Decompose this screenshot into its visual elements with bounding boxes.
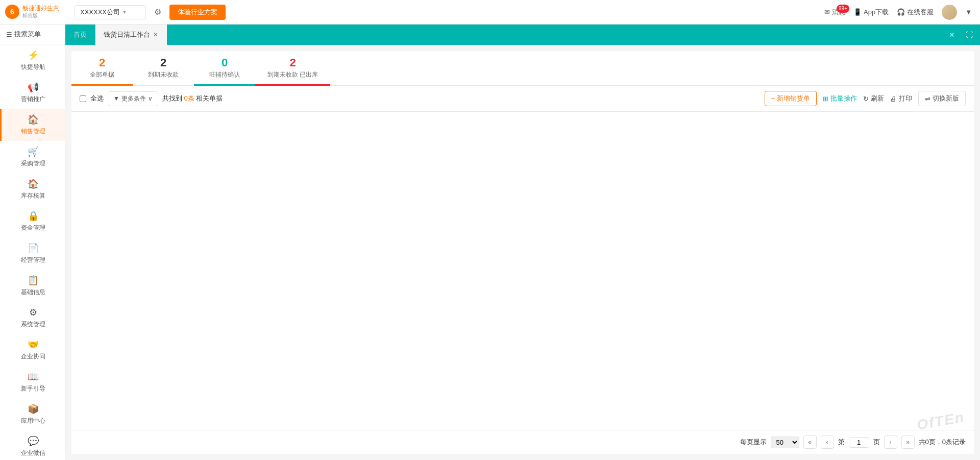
inventory-icon: 🏠 — [28, 178, 39, 189]
basic-info-icon: 📋 — [28, 275, 39, 286]
first-page-button[interactable]: « — [803, 435, 817, 449]
sidebar-item-label: 企业微信 — [21, 449, 45, 457]
chevron-down-icon: ▼ — [965, 8, 972, 16]
toolbar-right: + 新增销货单 ⊞ 批量操作 ↻ 刷新 🖨 打印 ⇌ — [765, 91, 966, 106]
toolbar: 全选 ▼ 更多条件 ∨ 共找到 0条 相关单据 + 新增销货单 ⊞ 批量操作 — [71, 86, 974, 112]
tab-bar-actions: ✕ ⛶ — [945, 28, 980, 41]
stat-tab-overdue-out[interactable]: 2 到期未收款 已出库 — [255, 51, 330, 86]
finance-icon: 🔒 — [28, 210, 39, 222]
enterprise-icon: 🤝 — [28, 339, 39, 350]
refresh-label: 刷新 — [871, 94, 884, 103]
found-suffix: 相关单据 — [196, 94, 223, 102]
stats-tabs: 2 全部单据 2 到期未收款 0 旺辅待确认 2 到期未收款 已出库 — [71, 51, 974, 86]
logo-text: 畅捷通好生意 — [22, 5, 59, 12]
found-count: 0条 — [184, 94, 194, 102]
switch-version-button[interactable]: ⇌ 切换新版 — [918, 91, 966, 106]
sidebar-item-label: 应用中心 — [21, 417, 45, 425]
more-filter-label: 更多条件 — [121, 94, 146, 103]
enterprise-wechat-icon: 💬 — [28, 435, 39, 447]
search-icon: ☰ — [6, 31, 12, 38]
new-sale-button[interactable]: + 新增销货单 — [765, 91, 817, 106]
sidebar-item-basic-info[interactable]: 📋 基础信息 — [0, 270, 65, 302]
main-content: 首页 钱货日清工作台 ✕ ✕ ⛶ 2 全部单据 2 到期未收款 — [65, 25, 980, 460]
top-bar-right: ✉ 消息 99+ 📱 App下载 🎧 在线客服 ▼ — [824, 5, 972, 20]
sidebar-item-sales[interactable]: 🏠 销售管理 — [0, 109, 65, 141]
sidebar-item-marketing[interactable]: 📢 营销推广 — [0, 77, 65, 109]
service-icon: 🎧 — [897, 8, 905, 16]
refresh-button[interactable]: ↻ 刷新 — [863, 94, 884, 103]
page-size-select[interactable]: 50 100 200 — [771, 437, 799, 448]
refresh-icon: ↻ — [863, 95, 869, 103]
batch-ops-label: 批量操作 — [830, 94, 857, 103]
sidebar-item-app-center[interactable]: 📦 应用中心 — [0, 398, 65, 430]
quick-nav-icon: ⚡ — [28, 50, 39, 61]
chevron-down-icon: ▼ — [122, 9, 127, 15]
sidebar-search[interactable]: ☰ 搜索菜单 — [0, 25, 65, 44]
tab-bar: 首页 钱货日清工作台 ✕ ✕ ⛶ — [65, 25, 980, 45]
stat-tab-overdue[interactable]: 2 到期未收款 — [133, 51, 194, 86]
app-center-icon: 📦 — [28, 403, 39, 415]
sidebar-item-label: 基础信息 — [21, 288, 45, 297]
top-bar-left: 6 畅捷通好生意 标准版 XXXXXX公司 ▼ ⚙ 体验行业方案 — [0, 5, 226, 20]
tab-close-icon[interactable]: ✕ — [153, 31, 158, 38]
sidebar-item-system[interactable]: ⚙ 系统管理 — [0, 302, 65, 334]
purchase-icon: 🛒 — [28, 146, 39, 157]
switch-icon: ⇌ — [925, 95, 930, 103]
stat-num-pending: 0 — [222, 56, 228, 69]
next-page-button[interactable]: › — [884, 435, 897, 449]
logo-area: 6 畅捷通好生意 标准版 — [5, 5, 70, 19]
print-icon: 🖨 — [890, 95, 897, 103]
trial-button[interactable]: 体验行业方案 — [169, 5, 226, 20]
stat-num-overdue: 2 — [160, 56, 166, 69]
table-area — [71, 112, 974, 430]
sidebar-item-label: 快捷导航 — [21, 63, 45, 71]
marketing-icon: 📢 — [28, 82, 39, 93]
sidebar-item-label: 资金管理 — [21, 224, 45, 232]
sidebar-item-enterprise[interactable]: 🤝 企业协同 — [0, 334, 65, 366]
company-selector[interactable]: XXXXXX公司 ▼ — [75, 5, 146, 19]
online-service-button[interactable]: 🎧 在线客服 — [897, 8, 934, 17]
sidebar-item-purchase[interactable]: 🛒 采购管理 — [0, 141, 65, 173]
message-button[interactable]: ✉ 消息 99+ — [824, 8, 845, 17]
sidebar-item-finance[interactable]: 🔒 资金管理 — [0, 205, 65, 237]
sidebar-item-quick-nav[interactable]: ⚡ 快捷导航 — [0, 44, 65, 77]
sidebar-item-inventory[interactable]: 🏠 库存核算 — [0, 173, 65, 205]
select-all-checkbox[interactable] — [80, 95, 86, 102]
user-name[interactable]: ▼ — [965, 8, 972, 16]
message-icon: ✉ — [824, 8, 830, 16]
sidebar-item-guide[interactable]: 📖 新手引导 — [0, 366, 65, 398]
stat-tab-pending[interactable]: 0 旺辅待确认 — [194, 51, 255, 86]
filter-icon: ▼ — [113, 95, 119, 102]
operations-icon: 📄 — [28, 243, 39, 254]
sidebar-item-enterprise-wechat[interactable]: 💬 企业微信 — [0, 430, 65, 460]
tab-close-button[interactable]: ✕ — [945, 28, 959, 41]
print-button[interactable]: 🖨 打印 — [890, 94, 912, 103]
found-text: 共找到 0条 相关单据 — [162, 94, 223, 103]
gear-button[interactable]: ⚙ — [150, 5, 165, 20]
sidebar-item-operations[interactable]: 📄 经营管理 — [0, 237, 65, 270]
app-download-label: App下载 — [864, 8, 889, 17]
batch-ops-button[interactable]: ⊞ 批量操作 — [823, 94, 857, 103]
stat-tab-all[interactable]: 2 全部单据 — [71, 51, 133, 86]
company-name: XXXXXX公司 — [80, 8, 120, 17]
avatar[interactable] — [942, 5, 957, 20]
more-filter-button[interactable]: ▼ 更多条件 ∨ — [108, 91, 158, 106]
app-layout: ☰ 搜索菜单 ⚡ 快捷导航 📢 营销推广 🏠 销售管理 🛒 采购管理 🏠 库存核… — [0, 25, 980, 460]
tab-expand-button[interactable]: ⛶ — [963, 28, 976, 41]
message-badge: 99+ — [837, 5, 849, 13]
page-input[interactable]: 1 — [849, 437, 869, 448]
print-label: 打印 — [899, 94, 912, 103]
tab-home[interactable]: 首页 — [65, 25, 95, 45]
stat-label-all: 全部单据 — [90, 70, 114, 79]
prev-page-button[interactable]: ‹ — [821, 435, 834, 449]
sidebar-item-label: 系统管理 — [21, 320, 45, 329]
switch-label: 切换新版 — [933, 94, 959, 103]
tab-cashflow[interactable]: 钱货日清工作台 ✕ — [95, 25, 167, 45]
logo-icon: 6 — [5, 5, 19, 19]
app-download-button[interactable]: 📱 App下载 — [853, 8, 889, 17]
stat-label-pending: 旺辅待确认 — [209, 70, 240, 79]
last-page-button[interactable]: » — [901, 435, 915, 449]
online-service-label: 在线客服 — [907, 8, 934, 17]
pagination-summary: 共0页，0条记录 — [919, 438, 966, 447]
batch-icon: ⊞ — [823, 95, 828, 103]
